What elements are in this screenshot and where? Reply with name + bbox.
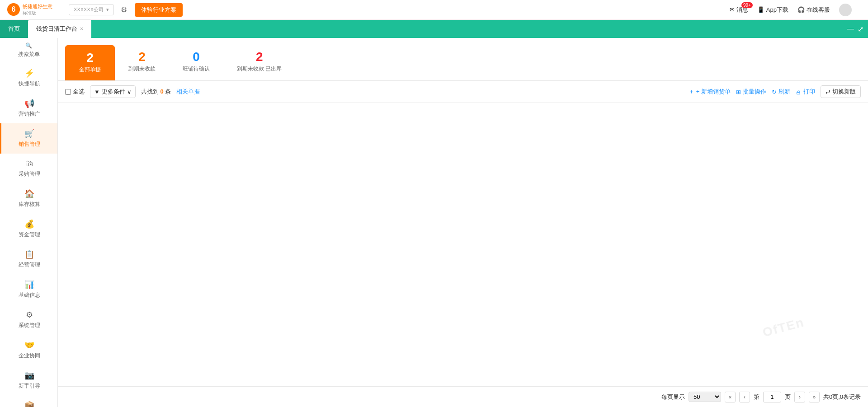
- sidebar-item-guide[interactable]: 📷 新手引导: [0, 365, 57, 395]
- related-link[interactable]: 相关单据: [176, 88, 200, 96]
- sidebar-item-purchase[interactable]: 🛍 采购管理: [0, 154, 57, 183]
- per-page-select[interactable]: 50 100 200: [689, 392, 721, 402]
- toolbar: 全选 ▼ 更多条件 ∨ 共找到 0 条 相关单据 ＋ + 新增销货单 ⊞: [58, 81, 868, 103]
- sidebar-item-search[interactable]: 🔍 搜索菜单: [0, 38, 57, 63]
- switch-icon: ⇄: [826, 89, 830, 95]
- batch-icon: ⊞: [736, 89, 741, 95]
- phone-icon: 📱: [757, 6, 764, 13]
- sidebar-item-app-center[interactable]: 📦 应用中心: [0, 395, 57, 407]
- found-prefix: 共找到: [141, 88, 159, 95]
- nav-right-actions: — ⤢: [847, 25, 868, 33]
- select-all-checkbox[interactable]: [65, 89, 71, 95]
- sidebar-item-system[interactable]: ⚙ 系统管理: [0, 304, 57, 335]
- logo-name: 畅捷通好生意: [23, 3, 52, 9]
- page-suffix: 页: [785, 393, 791, 401]
- sidebar-item-quick-nav[interactable]: ⚡ 快捷导航: [0, 63, 57, 93]
- batch-label: 批量操作: [743, 88, 766, 96]
- card-pending-confirm[interactable]: 0 旺铺待确认: [169, 45, 223, 80]
- quick-nav-icon: ⚡: [24, 68, 34, 78]
- content-area: [58, 103, 868, 386]
- settings-icon[interactable]: ⚙: [118, 4, 130, 16]
- total-info: 共0页,0条记录: [823, 393, 861, 401]
- card-unshipped-count: 2: [256, 50, 263, 64]
- guide-label: 新手引导: [19, 382, 40, 390]
- card-pending-count: 0: [193, 50, 200, 64]
- refresh-button[interactable]: ↻ 刷新: [772, 88, 790, 96]
- next-page-button[interactable]: ›: [794, 392, 805, 402]
- online-service-label: 在线客服: [807, 6, 830, 14]
- more-filters-button[interactable]: ▼ 更多条件 ∨: [90, 85, 136, 98]
- online-service[interactable]: 🎧 在线客服: [797, 6, 830, 14]
- maximize-button[interactable]: ⤢: [858, 25, 863, 33]
- avatar[interactable]: [839, 4, 852, 16]
- last-page-button[interactable]: »: [809, 392, 820, 402]
- tab-home-label: 首页: [8, 25, 20, 33]
- summary-cards: 2 全部单据 2 到期未收款 0 旺铺待确认 2 到期未收款 已出库: [58, 38, 868, 81]
- quick-nav-label: 快捷导航: [19, 80, 40, 88]
- search-icon: 🔍: [25, 42, 32, 49]
- tab-workbench-label: 钱货日清工作台: [36, 25, 77, 33]
- guide-icon: 📷: [24, 370, 34, 380]
- main-layout: 🔍 搜索菜单 ⚡ 快捷导航 📢 营销推广 🛒 销售管理 🛍 采购管理 🏠 库存核…: [0, 38, 868, 407]
- found-unit: 条: [165, 88, 171, 95]
- cooperation-icon: 🤝: [24, 340, 34, 350]
- page-label: 第: [754, 393, 760, 401]
- logo-icon: 6: [7, 3, 20, 16]
- inventory-label: 库存核算: [19, 201, 40, 208]
- app-download-label: App下载: [766, 6, 788, 14]
- card-all[interactable]: 2 全部单据: [65, 45, 115, 80]
- select-all-label: 全选: [73, 88, 85, 96]
- message-icon: ✉: [730, 6, 735, 13]
- finance-label: 资金管理: [19, 231, 40, 239]
- prev-page-button[interactable]: ‹: [739, 392, 750, 402]
- minimize-button[interactable]: —: [847, 25, 854, 33]
- card-overdue-unshipped[interactable]: 2 到期未收款 已出库: [223, 45, 295, 80]
- sidebar-item-inventory[interactable]: 🏠 库存核算: [0, 183, 57, 214]
- sidebar-item-operations[interactable]: 📋 经营管理: [0, 244, 57, 274]
- message-area[interactable]: ✉ 消息 99+: [730, 6, 748, 14]
- sidebar-item-sales[interactable]: 🛒 销售管理: [0, 123, 57, 154]
- print-label: 打印: [803, 88, 815, 96]
- sidebar-item-finance[interactable]: 💰 资金管理: [0, 214, 57, 244]
- logo-area: 6 畅捷通好生意 标准版: [7, 3, 65, 16]
- card-unshipped-label: 到期未收款 已出库: [237, 65, 282, 73]
- company-selector[interactable]: XXXXXX公司 ▾: [69, 4, 114, 15]
- app-download[interactable]: 📱 App下载: [757, 6, 788, 14]
- cooperation-label: 企业协同: [19, 352, 40, 360]
- card-overdue-unpaid[interactable]: 2 到期未收款: [115, 45, 169, 80]
- trial-button[interactable]: 体验行业方案: [135, 3, 183, 17]
- sidebar-item-basic-info[interactable]: 📊 基础信息: [0, 274, 57, 304]
- page-number-input[interactable]: [763, 392, 781, 402]
- headset-icon: 🎧: [797, 6, 805, 13]
- finance-icon: 💰: [24, 219, 34, 229]
- toolbar-right: ＋ + 新增销货单 ⊞ 批量操作 ↻ 刷新 🖨 打印 ⇄ 切换新版: [689, 85, 861, 98]
- print-button[interactable]: 🖨 打印: [796, 88, 815, 96]
- message-badge: 99+: [741, 2, 753, 8]
- batch-operation-button[interactable]: ⊞ 批量操作: [736, 88, 766, 96]
- printer-icon: 🖨: [796, 89, 802, 95]
- filter-icon: ▼: [94, 89, 100, 95]
- system-label: 系统管理: [19, 322, 40, 329]
- logo-sub: 标准版: [23, 10, 52, 16]
- top-right: ✉ 消息 99+ 📱 App下载 🎧 在线客服: [730, 4, 861, 16]
- main-content: 2 全部单据 2 到期未收款 0 旺铺待确认 2 到期未收款 已出库 全选: [58, 38, 868, 407]
- sidebar-item-cooperation[interactable]: 🤝 企业协同: [0, 335, 57, 365]
- system-icon: ⚙: [26, 310, 33, 320]
- marketing-label: 营销推广: [19, 110, 40, 118]
- sidebar-item-marketing[interactable]: 📢 营销推广: [0, 93, 57, 123]
- first-page-button[interactable]: «: [725, 392, 736, 402]
- refresh-icon: ↻: [772, 89, 777, 95]
- sidebar: 🔍 搜索菜单 ⚡ 快捷导航 📢 营销推广 🛒 销售管理 🛍 采购管理 🏠 库存核…: [0, 38, 58, 407]
- company-name: XXXXXX公司: [74, 6, 104, 13]
- marketing-icon: 📢: [24, 98, 34, 108]
- add-sale-order-button[interactable]: ＋ + 新增销货单: [689, 88, 731, 96]
- basic-info-icon: 📊: [24, 280, 34, 290]
- switch-version-button[interactable]: ⇄ 切换新版: [821, 85, 861, 98]
- found-count: 0: [160, 88, 164, 95]
- tab-home[interactable]: 首页: [0, 20, 28, 38]
- tab-workbench[interactable]: 钱货日清工作台 ×: [28, 20, 91, 38]
- app-center-icon: 📦: [24, 401, 34, 407]
- select-all-area[interactable]: 全选: [65, 88, 85, 96]
- found-text: 共找到 0 条: [141, 88, 171, 96]
- tab-close-icon[interactable]: ×: [80, 26, 83, 32]
